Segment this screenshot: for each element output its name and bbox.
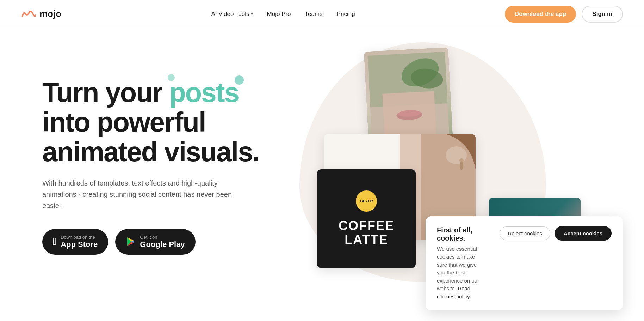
cookie-content: First of all, cookies. We use essential … [437, 226, 612, 301]
google-play-big-text: Google Play [140, 240, 185, 249]
app-store-button[interactable]:  Download on the App Store [42, 229, 108, 255]
cookie-title: First of all, cookies. [437, 226, 485, 242]
nav-ai-tools[interactable]: AI Video Tools ▾ [211, 11, 253, 18]
coffee-title: COFFEELATTE [339, 219, 394, 247]
logo-text: mojo [39, 8, 61, 19]
logo-icon [21, 9, 36, 19]
nav-mojo-pro[interactable]: Mojo Pro [267, 11, 291, 18]
google-play-icon [126, 237, 136, 247]
svg-point-13 [446, 146, 467, 164]
cookie-text-area: First of all, cookies. We use essential … [437, 226, 485, 301]
header: mojo AI Video Tools ▾ Mojo Pro Teams Pri… [0, 0, 644, 28]
chevron-down-icon: ▾ [251, 12, 253, 17]
main-nav: AI Video Tools ▾ Mojo Pro Teams Pricing [211, 11, 355, 18]
apple-icon:  [53, 237, 56, 247]
cookie-banner: First of all, cookies. We use essential … [426, 216, 623, 311]
google-play-button[interactable]: Get it on Google Play [115, 229, 195, 255]
cta-buttons:  Download on the App Store Get it on Go… [42, 229, 282, 255]
app-store-small-text: Download on the [61, 235, 95, 240]
google-play-small-text: Get it on [140, 235, 157, 240]
accept-cookies-button[interactable]: Accept cookies [555, 226, 612, 241]
cookie-description: We use essential cookies to make sure th… [437, 245, 485, 301]
coffee-badge: TASTY! [356, 190, 377, 212]
nav-pricing[interactable]: Pricing [337, 11, 355, 18]
app-store-big-text: App Store [61, 240, 98, 249]
download-app-button[interactable]: Download the app [505, 6, 576, 23]
nav-actions: Download the app Sign in [505, 6, 623, 23]
signin-button[interactable]: Sign in [582, 6, 623, 23]
card-coffee: TASTY! COFFEELATTE [317, 169, 416, 268]
hero-content: Turn your posts into powerfulanimated vi… [42, 49, 282, 255]
headline-highlight: posts [169, 77, 239, 108]
hero-headline: Turn your posts into powerfulanimated vi… [42, 78, 282, 167]
nav-teams[interactable]: Teams [305, 11, 323, 18]
logo-area[interactable]: mojo [21, 8, 61, 19]
hero-subtext: With hundreds of templates, text effects… [42, 177, 247, 211]
reject-cookies-button[interactable]: Reject cookies [500, 226, 550, 240]
svg-point-15 [460, 162, 463, 170]
cookie-actions: Reject cookies Accept cookies [500, 226, 612, 241]
